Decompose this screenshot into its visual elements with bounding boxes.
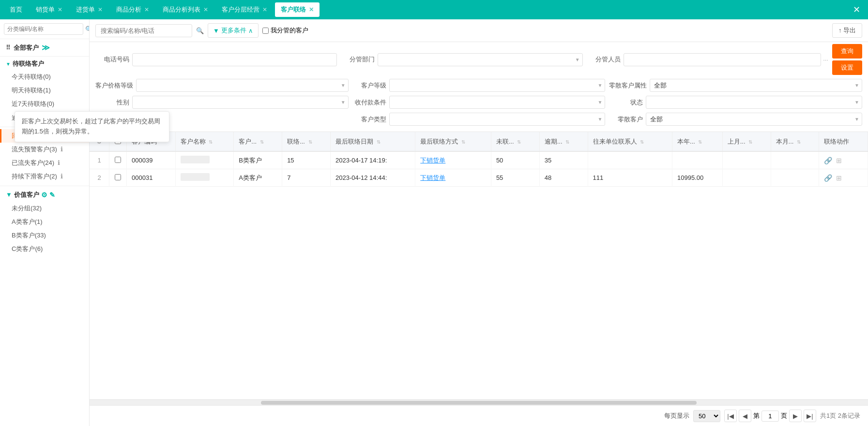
more-conditions-btn[interactable]: ▼ 更多条件 ∧ [208,23,259,38]
prev-page-btn[interactable]: ◀ [739,410,751,422]
row1-checkbox[interactable] [115,157,121,163]
sidebar-a-class[interactable]: A类客户(1) [0,215,89,229]
sort-contact-icon[interactable]: ⇅ [308,139,312,145]
sidebar-search-icon[interactable]: 🔍 [85,26,90,33]
row2-grid-icon[interactable]: ⊞ [836,174,842,182]
sidebar-b-class[interactable]: B类客户(33) [0,229,89,242]
customer-level-select[interactable] [389,79,606,92]
manager-more-btn[interactable]: ··· [823,56,828,63]
sidebar-search-area: 🔍 [0,19,89,39]
per-page-select[interactable]: 10 20 50 100 [693,410,720,422]
row2-checkbox[interactable] [115,174,121,180]
gender-select[interactable] [132,96,349,109]
pending-contact-group[interactable]: ▼ 待联络客户 [0,57,89,70]
customer-level-select-wrap[interactable]: ▼ [389,79,606,92]
retail-customer-select[interactable]: 全部 [646,113,862,126]
row2-contact-way-link[interactable]: 下销货单 [420,174,445,181]
nav-product-analysis[interactable]: 商品分析 ✕ [110,2,155,17]
sort-type-icon[interactable]: ⇅ [260,139,264,145]
payment-select-wrap[interactable]: ▼ [389,96,606,109]
status-select-wrap[interactable]: ▼ [646,96,862,109]
sidebar-today-pending[interactable]: 今天待联络(0) [0,70,89,84]
sidebar-search-input[interactable] [4,23,83,35]
nav-sales-order-close[interactable]: ✕ [58,6,62,13]
retail-attr-select-wrap[interactable]: 全部 ▼ [650,79,862,92]
row2-link-icon[interactable]: 🔗 [824,174,832,182]
sort-contacts-icon[interactable]: ⇅ [640,139,644,145]
department-select-wrap[interactable]: ▼ [378,53,582,66]
nav-customer-contact[interactable]: 客户联络 ✕ [275,2,320,17]
row2-contact-count: 7 [282,169,331,187]
query-btn[interactable]: 查询 [832,44,862,59]
row1-link-icon[interactable]: 🔗 [824,157,832,164]
next-page-btn[interactable]: ▶ [789,410,802,422]
top-nav: 首页 销货单 ✕ 进货单 ✕ 商品分析 ✕ 商品分析列表 ✕ 客户分层经营 ✕ … [0,0,868,19]
sort-date-icon[interactable]: ⇅ [377,139,381,145]
customer-type-field: 客户类型 ▼ [352,113,606,126]
sidebar-ungrouped[interactable]: 未分组(32) [0,202,89,215]
sidebar-collapse-btn[interactable]: ≫ [42,43,50,52]
price-level-select-wrap[interactable]: ▼ [136,79,349,92]
settings-btn[interactable]: 设置 [832,60,862,75]
scroll-thumb[interactable] [261,401,697,405]
nav-product-analysis-close[interactable]: ✕ [144,6,149,13]
row1-grid-icon[interactable]: ⊞ [836,157,842,164]
sidebar-lost-customers[interactable]: 已流失客户(24) ℹ [0,156,89,170]
my-customers-checkbox-label[interactable]: 我分管的客户 [262,26,308,35]
sidebar-declining-customers[interactable]: 持续下滑客户(2) ℹ [0,170,89,183]
row2-uncontacted: 55 [491,169,539,187]
nav-customer-tier-close[interactable]: ✕ [262,6,267,13]
price-level-field: 客户价格等级 ▼ [95,79,349,92]
main-layout: 🔍 ⠿ 全部客户 ≫ ▼ 待联络客户 今天待联络(0) 明天待联络(1) 近7天… [0,19,868,426]
value-group-edit2-icon[interactable]: ✎ [49,191,55,199]
customer-type-select[interactable] [389,113,606,126]
nav-product-analysis-list[interactable]: 商品分析列表 ✕ [157,2,214,17]
nav-home[interactable]: 首页 [4,2,28,17]
row1-last-way: 下销货单 [415,151,491,169]
sidebar-7days-pending[interactable]: 近7天待联络(0) [0,97,89,111]
nav-purchase-order[interactable]: 进货单 ✕ [70,2,108,17]
sort-overdue-icon[interactable]: ⇅ [565,139,569,145]
first-page-btn[interactable]: |◀ [724,410,737,422]
value-group-edit-icon[interactable]: ⚙ [41,191,47,199]
sort-uncontacted-icon[interactable]: ⇅ [517,139,521,145]
nav-product-analysis-list-close[interactable]: ✕ [203,6,208,13]
nav-customer-contact-close[interactable]: ✕ [309,6,314,13]
nav-purchase-order-close[interactable]: ✕ [98,6,103,13]
sort-thisyear-icon[interactable]: ⇅ [698,139,702,145]
sidebar-c-class[interactable]: C类客户(6) [0,242,89,256]
status-select[interactable] [646,96,862,109]
nav-sales-order[interactable]: 销货单 ✕ [30,2,68,17]
horizontal-scrollbar[interactable] [90,399,868,405]
row2-last-way: 下销货单 [415,169,491,187]
last-page-btn[interactable]: ▶| [804,410,816,422]
sort-way-icon[interactable]: ⇅ [461,139,465,145]
row1-code: 000039 [127,151,176,169]
price-level-select[interactable] [136,79,349,92]
sidebar-lost-pre-warning[interactable]: 流失预警客户(3) ℹ [0,143,89,156]
sidebar-tomorrow-pending[interactable]: 明天待联络(1) [0,84,89,97]
payment-select[interactable] [389,96,606,109]
sort-lastmonth-icon[interactable]: ⇅ [748,139,752,145]
close-all-tabs[interactable]: ✕ [849,4,864,15]
nav-customer-tier[interactable]: 客户分层经营 ✕ [216,2,273,17]
table-row: 1 000039 B类客户 15 2023-04-17 14:19: 下销货单 [90,151,868,169]
department-select[interactable] [378,53,582,66]
row1-contact-way-link[interactable]: 下销货单 [420,157,445,164]
search-input[interactable] [95,24,192,37]
retail-customer-select-wrap[interactable]: 全部 ▼ [646,113,862,126]
sort-thismonth-icon[interactable]: ⇅ [797,139,801,145]
customer-level-field: 客户等级 ▼ [352,79,606,92]
sort-name-icon[interactable]: ⇅ [209,139,213,145]
chevron-icon: ∧ [248,27,253,34]
retail-attr-select[interactable]: 全部 [650,79,862,92]
row1-uncontacted: 50 [491,151,539,169]
gender-select-wrap[interactable]: ▼ [132,96,349,109]
customer-type-select-wrap[interactable]: ▼ [389,113,606,126]
phone-input[interactable] [132,53,337,66]
search-icon[interactable]: 🔍 [196,27,204,34]
manager-input[interactable] [624,53,821,66]
page-input[interactable] [761,411,779,422]
my-customers-checkbox[interactable] [262,28,269,34]
export-btn[interactable]: ↑ 导出 [832,23,862,38]
